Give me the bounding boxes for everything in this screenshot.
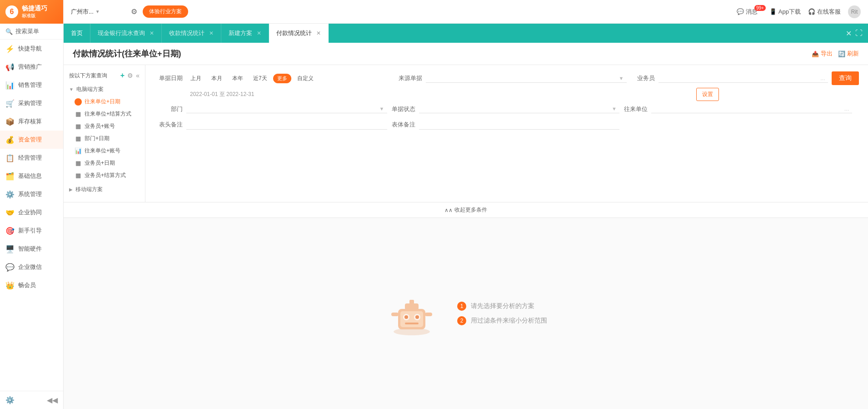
date-btn-this-month[interactable]: 本月: [207, 73, 226, 84]
settings-footer-icon[interactable]: ⚙️: [5, 396, 15, 404]
sidebar-item-label: 库存核算: [18, 117, 42, 126]
export-button[interactable]: 📤 导出: [812, 50, 833, 58]
scheme-salesperson-settlement[interactable]: ▦ 业务员+结算方式: [64, 169, 145, 182]
mobile-group-label: 移动端方案: [75, 186, 103, 193]
tip-text-1: 请先选择要分析的方案: [471, 302, 534, 310]
empty-tip-1: 1 请先选择要分析的方案: [457, 302, 547, 311]
trial-button[interactable]: 体验行业方案: [143, 5, 188, 18]
scheme-counterpart-settlement[interactable]: ▦ 往来单位+结算方式: [64, 108, 145, 120]
scheme-icon: ▦: [75, 123, 82, 130]
message-icon: 💬: [737, 8, 744, 15]
tab-new-scheme-close[interactable]: ✕: [257, 30, 261, 36]
tab-payment-stats[interactable]: 付款情况统计 ✕: [269, 24, 329, 43]
tab-new-scheme-label: 新建方案: [229, 29, 252, 37]
refresh-button[interactable]: 🔄 刷新: [838, 50, 859, 58]
date-range-display: 2022-01-01 至 2022-12-31: [190, 91, 254, 98]
collapse-sidebar-icon[interactable]: ◀◀: [47, 396, 58, 404]
date-btn-7days[interactable]: 近7天: [249, 73, 271, 84]
tab-fullscreen-icon[interactable]: ⛶: [855, 29, 863, 37]
scheme-icon: ▦: [75, 135, 82, 142]
scheme-icon: ▦: [75, 111, 82, 118]
settings-small-button[interactable]: 设置: [696, 88, 719, 101]
dept-dropdown[interactable]: ▼: [186, 105, 387, 113]
sidebar-item-capital[interactable]: 💰 资金管理: [0, 131, 63, 149]
sidebar-item-label: 基础信息: [18, 172, 42, 180]
sidebar-item-hardware[interactable]: 🖥️ 智能硬件: [0, 240, 63, 258]
query-button[interactable]: 查询: [832, 71, 859, 85]
sidebar-item-quick-nav[interactable]: ⚡ 快捷导航: [0, 40, 63, 58]
scheme-salesperson-date[interactable]: ▦ 业务员+日期: [64, 157, 145, 169]
scheme-salesperson-account[interactable]: ▦ 业务员+账号: [64, 120, 145, 132]
svg-point-5: [404, 315, 408, 319]
date-btn-this-year[interactable]: 本年: [228, 73, 247, 84]
scheme-counterpart-date[interactable]: 往来单位+日期: [64, 96, 145, 108]
sidebar-item-guide[interactable]: 🎯 新手引导: [0, 222, 63, 240]
desktop-scheme-group: ▼ 电脑端方案 往来单位+日期 ▦ 往来单位+结算方式 ▦ 业务员+账号: [64, 83, 145, 182]
app-download-button[interactable]: 📱 App下载: [769, 8, 801, 16]
voucher-status-dropdown[interactable]: ▼: [419, 105, 620, 113]
scheme-chart-icon: 📊: [75, 147, 82, 155]
mobile-group-header[interactable]: ▶ 移动端方案: [64, 183, 145, 196]
export-icon: 📤: [812, 50, 819, 57]
source-dropdown[interactable]: ▼: [426, 74, 627, 83]
tab-bank-flow[interactable]: 现金银行流水查询 ✕: [90, 24, 162, 43]
scheme-counterpart-account[interactable]: 📊 往来单位+账号: [64, 145, 145, 157]
date-btn-custom[interactable]: 自定义: [293, 73, 318, 84]
scheme-label: 往来单位+结算方式: [85, 110, 131, 118]
topbar-settings-icon[interactable]: ⚙: [131, 7, 137, 16]
tip-text-2: 用过滤条件来缩小分析范围: [471, 317, 547, 325]
scheme-dept-date[interactable]: ▦ 部门+日期: [64, 132, 145, 145]
online-service-button[interactable]: 🎧 在线客服: [808, 8, 841, 16]
tab-payment-stats-label: 付款情况统计: [276, 29, 312, 37]
tab-payment-stats-close[interactable]: ✕: [316, 30, 321, 36]
logo-icon: 6: [5, 5, 18, 18]
salesperson-dropdown[interactable]: …: [658, 74, 828, 83]
sidebar: 6 畅捷通巧 标准版 🔍 搜索菜单 ⚡ 快捷导航 📢 营销推广 📊 销售管理 🛒…: [0, 0, 64, 409]
counterpart-label: 往来单位: [619, 105, 651, 113]
sidebar-item-inventory[interactable]: 📦 库存核算: [0, 112, 63, 131]
tab-home[interactable]: 首页: [64, 24, 90, 43]
page-actions: 📤 导出 🔄 刷新: [812, 50, 859, 58]
counterpart-dropdown-arrow: …: [844, 106, 849, 111]
sidebar-item-marketing[interactable]: 📢 营销推广: [0, 58, 63, 76]
sidebar-item-sales[interactable]: 📊 销售管理: [0, 76, 63, 94]
tab-receipts-stats[interactable]: 收款情况统计 ✕: [162, 24, 221, 43]
tab-new-scheme[interactable]: 新建方案 ✕: [221, 24, 269, 43]
brand-name: 畅捷通巧: [22, 5, 47, 13]
note-body-input[interactable]: [419, 120, 620, 130]
date-btn-more[interactable]: 更多: [273, 74, 291, 83]
desktop-group-header[interactable]: ▼ 电脑端方案: [64, 83, 145, 96]
search-menu[interactable]: 🔍 搜索菜单: [0, 24, 63, 40]
marketing-icon: 📢: [5, 62, 15, 71]
tabbar: 首页 现金银行流水查询 ✕ 收款情况统计 ✕ 新建方案 ✕ 付款情况统计 ✕ ✕…: [64, 24, 868, 43]
sidebar-item-enterprise[interactable]: 🤝 企业协同: [0, 203, 63, 222]
desktop-group-arrow: ▼: [69, 87, 74, 92]
company-name: 广州市...: [71, 8, 94, 16]
date-btn-last-month[interactable]: 上月: [186, 73, 205, 84]
settings-scheme-icon[interactable]: ⚙: [127, 72, 133, 79]
user-avatar[interactable]: Rit: [848, 5, 861, 18]
collapse-bar[interactable]: ∧∧ 收起更多条件: [64, 202, 868, 218]
tab-bank-flow-close[interactable]: ✕: [150, 30, 154, 36]
enterprise-icon: 🤝: [5, 208, 15, 217]
tab-close-all-icon[interactable]: ✕: [846, 29, 852, 38]
sidebar-item-purchase[interactable]: 🛒 采购管理: [0, 94, 63, 112]
main-area: 广州市... ▼ ⚙ 体验行业方案 💬 消息 99+ 📱 App下载 🎧 在线客…: [64, 0, 868, 409]
salesperson-label: 业务员: [627, 74, 658, 82]
page-title: 付款情况统计(往来单位+日期): [73, 48, 181, 59]
counterpart-dropdown[interactable]: …: [651, 105, 852, 113]
sidebar-item-label: 企业协同: [18, 208, 42, 217]
message-button[interactable]: 💬 消息 99+: [737, 8, 762, 16]
company-selector[interactable]: 广州市... ▼: [71, 8, 125, 16]
collapse-scheme-icon[interactable]: «: [136, 72, 140, 79]
sidebar-item-wechat[interactable]: 💬 企业微信: [0, 258, 63, 276]
sidebar-footer: ⚙️ ◀◀: [0, 391, 63, 409]
note-header-input[interactable]: [186, 120, 387, 130]
sidebar-item-system[interactable]: ⚙️ 系统管理: [0, 185, 63, 203]
sidebar-item-member[interactable]: 👑 畅会员: [0, 276, 63, 294]
tab-receipts-stats-close[interactable]: ✕: [209, 30, 214, 36]
voucher-status-label: 单据状态: [387, 105, 419, 113]
sidebar-item-basic[interactable]: 🗂️ 基础信息: [0, 167, 63, 185]
add-scheme-icon[interactable]: +: [120, 71, 125, 80]
sidebar-item-operations[interactable]: 📋 经营管理: [0, 149, 63, 167]
